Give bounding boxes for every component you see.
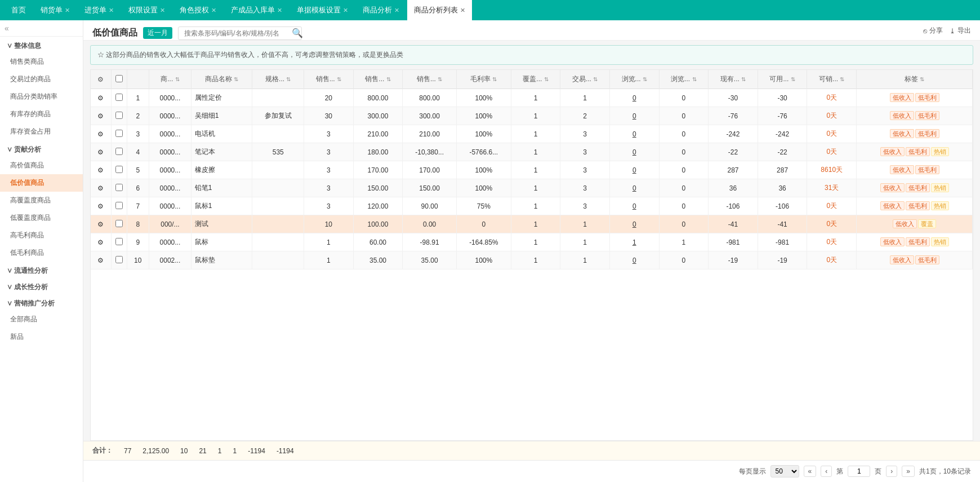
nav-home[interactable]: 首页 [5,0,33,20]
row-checkbox[interactable] [111,161,127,179]
col-spec[interactable]: 规格... ⇅ [252,70,304,89]
close-sales-icon[interactable]: ✕ [65,7,70,14]
row-gear[interactable]: ⚙ [91,215,111,233]
col-stock[interactable]: 现有... ⇅ [709,70,758,89]
share-btn[interactable]: ⎋ 分享 [923,26,943,36]
col-sale-qty[interactable]: 销售... ⇅ [304,70,354,89]
col-browse2[interactable]: 浏览... ⇅ [659,70,709,89]
sidebar-group-circulation[interactable]: ∨ 流通性分析 [0,262,83,278]
sidebar-item-high-margin[interactable]: 高毛利商品 [0,227,83,244]
row-checkbox[interactable] [111,179,127,197]
row-checkbox[interactable] [111,89,127,107]
sidebar-group-growth[interactable]: ∨ 成长性分析 [0,278,83,294]
close-template-icon[interactable]: ✕ [343,7,348,14]
page-size-select[interactable]: 50 100 [770,465,799,477]
col-sale-price[interactable]: 销售... ⇅ [353,70,403,89]
col-gear[interactable]: ⚙ [91,70,111,89]
row-browse1[interactable]: 0 [609,179,659,197]
nav-purchase[interactable]: 进货单✕ [78,0,121,20]
sidebar-item-sales-goods[interactable]: 销售类商品 [0,53,83,70]
row-browse1[interactable]: 0 [609,161,659,179]
row-checkbox[interactable] [111,251,127,269]
sidebar-item-all-goods[interactable]: 全部商品 [0,311,83,328]
close-product-analysis-list-icon[interactable]: ✕ [460,7,465,14]
row-gear[interactable]: ⚙ [91,143,111,161]
row-browse2: 0 [659,161,709,179]
export-btn[interactable]: ⤓ 导出 [950,26,971,36]
close-product-analysis-icon[interactable]: ✕ [394,7,399,14]
row-browse1[interactable]: 0 [609,107,659,125]
sidebar-item-new-goods[interactable]: 新品 [0,328,83,346]
prev-page-btn[interactable]: ‹ [821,466,832,477]
page-input[interactable] [848,466,870,477]
row-checkbox[interactable] [111,143,127,161]
row-browse1[interactable]: 0 [609,143,659,161]
col-trade[interactable]: 交易... ⇅ [560,70,610,89]
first-page-btn[interactable]: « [804,466,817,477]
col-tags[interactable]: 标签 ⇅ [857,70,973,89]
col-gross-rate[interactable]: 毛利率 ⇅ [456,70,511,89]
col-name[interactable]: 商品名称 ⇅ [191,70,252,89]
sidebar-item-stock-goods[interactable]: 有库存的商品 [0,105,83,123]
col-saleable[interactable]: 可销... ⇅ [807,70,857,89]
close-permission-icon[interactable]: ✕ [160,7,165,14]
nav-sales[interactable]: 销货单✕ [34,0,77,20]
row-checkbox[interactable] [111,197,127,215]
row-gear[interactable]: ⚙ [91,125,111,143]
row-gear[interactable]: ⚙ [91,233,111,251]
sidebar-group-overall[interactable]: ∨ 整体信息 [0,37,83,53]
search-input[interactable] [178,26,302,40]
row-gear[interactable]: ⚙ [91,179,111,197]
sidebar-item-low-value[interactable]: 低价值商品 [0,174,83,192]
row-gear[interactable]: ⚙ [91,161,111,179]
select-all-checkbox[interactable] [115,75,123,82]
sidebar-item-stock-capital[interactable]: 库存资金占用 [0,123,83,140]
sidebar-collapse-btn[interactable]: « [5,24,9,33]
nav-product-analysis[interactable]: 商品分析✕ [356,0,406,20]
row-gear[interactable]: ⚙ [91,107,111,125]
nav-template[interactable]: 单据模板设置✕ [290,0,355,20]
close-product-entry-icon[interactable]: ✕ [277,7,282,14]
last-page-btn[interactable]: » [902,466,915,477]
row-gear[interactable]: ⚙ [91,251,111,269]
sidebar-item-low-coverage[interactable]: 低覆盖度商品 [0,209,83,227]
nav-permission[interactable]: 权限设置✕ [122,0,172,20]
close-role-icon[interactable]: ✕ [211,7,216,14]
row-browse1[interactable]: 0 [609,215,659,233]
page-label: 第 [836,467,843,476]
row-browse1[interactable]: 0 [609,89,659,107]
row-browse1[interactable]: 1 [609,233,659,251]
sidebar-group-marketing[interactable]: ∨ 营销推广分析 [0,294,83,311]
col-available[interactable]: 可用... ⇅ [758,70,807,89]
sidebar-group-contribution[interactable]: ∨ 贡献分析 [0,140,83,157]
row-checkbox[interactable] [111,107,127,125]
row-checkbox[interactable] [111,233,127,251]
sidebar-item-low-margin[interactable]: 低毛利商品 [0,244,83,262]
next-page-btn[interactable]: › [886,466,897,477]
row-checkbox[interactable] [111,215,127,233]
row-browse1[interactable]: 0 [609,251,659,269]
row-browse1[interactable]: 0 [609,125,659,143]
row-gear[interactable]: ⚙ [91,197,111,215]
col-coverage[interactable]: 覆盖... ⇅ [511,70,560,89]
sidebar-item-traded-goods[interactable]: 交易过的商品 [0,70,83,88]
row-sale-qty: 10 [304,215,354,233]
row-gear[interactable]: ⚙ [91,89,111,107]
nav-product-entry[interactable]: 产成品入库单✕ [224,0,289,20]
nav-role[interactable]: 角色授权✕ [173,0,223,20]
sidebar-item-high-value[interactable]: 高价值商品 [0,157,83,174]
row-browse1[interactable]: 0 [609,197,659,215]
close-purchase-icon[interactable]: ✕ [109,7,114,14]
row-checkbox[interactable] [111,125,127,143]
row-code: 0000... [149,125,191,143]
sidebar-item-category-rate[interactable]: 商品分类助销率 [0,88,83,105]
search-icon-btn[interactable]: 🔍 [292,28,303,38]
col-code[interactable]: 商... ⇅ [149,70,191,89]
row-spec: 535 [252,143,304,161]
row-code: 0000... [149,233,191,251]
nav-product-analysis-list[interactable]: 商品分析列表✕ [407,0,472,20]
col-browse1[interactable]: 浏览... ⇅ [609,70,659,89]
sidebar-item-high-coverage[interactable]: 高覆盖度商品 [0,192,83,209]
col-sale-amount[interactable]: 销售... ⇅ [403,70,457,89]
period-btn[interactable]: 近一月 [143,27,172,39]
